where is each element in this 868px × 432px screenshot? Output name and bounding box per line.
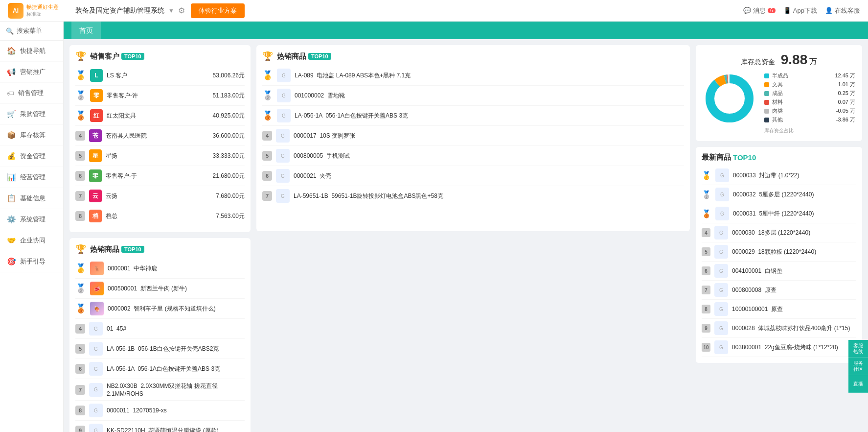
float-btn-community[interactable]: 服务 社区 [848, 358, 868, 375]
ps-medal-3: 🥉 [262, 110, 273, 121]
hot-prod-4: 4 G 01 45# [75, 319, 245, 339]
sidebar-item-operation[interactable]: 📊 经营管理 [0, 167, 63, 188]
hot-products-list: 🥇 🦌 0000001 中华神鹿 🥈 🥩 000500001 新西兰牛肉 (新牛… [75, 259, 245, 432]
messages-button[interactable]: 💬 消息 6 [743, 6, 776, 15]
donut-legend: 半成品 12.45 万 文具 1.01 万 成品 0.25 万 [764, 72, 855, 125]
sidebar-item-purchase[interactable]: 🛒 采购管理 [0, 104, 63, 125]
float-buttons: 客服 热线 服务 社区 直播 [848, 340, 868, 393]
np-icon-8: G [714, 302, 728, 316]
float-btn-live[interactable]: 直播 [848, 375, 868, 393]
product-sales-list: 🥇 G LA-089 电池盖 LA-089 ABS本色+黑种 7.1克 🥈 G … [262, 66, 684, 206]
np-item-5: 5 G 0000029 18颗粒板 (1220*2440) [702, 242, 856, 262]
ps-icon-2: G [277, 89, 291, 102]
legend-dot-5 [764, 118, 769, 122]
message-icon: 💬 [743, 7, 751, 14]
legend-dot-3 [764, 100, 769, 105]
app-icon: 📱 [783, 7, 791, 14]
search-icon: 🔍 [6, 27, 14, 35]
np-medal-3: 🥉 [702, 209, 711, 218]
content-area: 🏆 销售客户 TOP10 🥇 L LS 客户 53,006.26元 [64, 39, 868, 432]
customer-avatar-5: 星 [89, 149, 102, 162]
customer-rank-2: 🥈 零 零售客户-许 51,183.00元 [75, 86, 245, 106]
hot-products-title: 热销商品 TOP10 [90, 245, 144, 254]
np-icon-6: G [714, 264, 728, 278]
sidebar-item-company[interactable]: 🤝 企业协同 [0, 230, 63, 251]
sidebar-item-finance[interactable]: 💰 资金管理 [0, 146, 63, 167]
dropdown-arrow-icon[interactable]: ▼ [168, 7, 174, 14]
np-item-8: 8 G 10000100001 原查 [702, 300, 856, 319]
home-icon: 🏠 [7, 47, 16, 55]
top-header: AI 畅捷通好生意 标准版 装备及固定资产辅助管理系统 ▼ ⚙ 体验行业方案 💬… [0, 0, 868, 22]
hot-prod-9: 9 G KK-SD22110H 花语萌恒温分膦罐袋 (厚款) [75, 421, 245, 432]
np-item-7: 7 G 000800008 原查 [702, 281, 856, 300]
new-products-card: 最新商品 TOP10 🥇 G 0000033 封边带 (1.0*22) 🥈 G [696, 147, 862, 363]
float-btn-service[interactable]: 客服 热线 [848, 340, 868, 358]
right-panel: 库存总资金 9.88 万 [696, 45, 862, 432]
ps-icon-3: G [277, 109, 291, 122]
product-sales-card: 🏆 热销商品 TOP10 🥇 G LA-089 电池盖 LA-089 ABS本色… [256, 45, 690, 231]
app-download-button[interactable]: 📱 App下载 [783, 6, 817, 15]
trial-button[interactable]: 体验行业方案 [191, 3, 245, 18]
hot-products-header: 🏆 热销商品 TOP10 [75, 244, 245, 255]
tab-home[interactable]: 首页 [71, 22, 101, 39]
ps-item-5: 5 G 000800005 手机测试 [262, 146, 684, 166]
legend-item-0: 半成品 12.45 万 [764, 72, 855, 79]
system-icon: ⚙️ [7, 215, 16, 224]
ps-item-3: 🥉 G LA-056-1A 056-1A白色按键开关盖ABS 3克 [262, 106, 684, 126]
message-badge: 6 [768, 8, 776, 13]
hp-icon-6: G [89, 362, 103, 376]
new-products-list: 🥇 G 0000033 封边带 (1.0*22) 🥈 G 0000032 5厘多… [702, 166, 856, 357]
ps-icon-5: G [276, 149, 290, 163]
ps-item-1: 🥇 G LA-089 电池盖 LA-089 ABS本色+黑种 7.1克 [262, 66, 684, 86]
settings-icon[interactable]: ⚙ [178, 6, 185, 15]
sidebar-item-basic[interactable]: 📋 基础信息 [0, 188, 63, 209]
service-icon: 👤 [825, 7, 833, 14]
ps-item-6: 6 G 0000021 夹壳 [262, 166, 684, 186]
legend-dot-0 [764, 73, 769, 78]
customer-avatar-4: 苍 [89, 129, 102, 142]
customer-rank-5: 5 星 星扬 33,333.00元 [75, 146, 245, 166]
sales-icon: 🏷 [7, 89, 14, 97]
hot-products-card: 🏆 热销商品 TOP10 🥇 🦌 0000001 中华神鹿 [69, 238, 251, 432]
new-products-header: 最新商品 TOP10 [702, 153, 856, 162]
hot-prod-3: 🥉 🍖 0000002 智利车子里 (规格不知道填什么) [75, 299, 245, 319]
hp-icon-9: G [89, 424, 103, 432]
sidebar-item-marketing[interactable]: 📢 营销推广 [0, 62, 63, 83]
legend-item-3: 材料 0.07 万 [764, 98, 855, 106]
operation-icon: 📊 [7, 173, 16, 182]
inventory-subtitle: 库存资金占比 [703, 127, 855, 134]
np-medal-1: 🥇 [702, 171, 711, 180]
customer-rank-3: 🥉 红 红太阳文具 40,925.00元 [75, 106, 245, 126]
ps-medal-1: 🥇 [262, 70, 273, 81]
center-panel: 🏆 热销商品 TOP10 🥇 G LA-089 电池盖 LA-089 ABS本色… [256, 45, 690, 432]
hot-trophy-icon: 🏆 [75, 244, 86, 255]
online-service-button[interactable]: 👤 在线客服 [825, 6, 860, 15]
np-icon-2: G [715, 188, 729, 201]
np-item-1: 🥇 G 0000033 封边带 (1.0*22) [702, 166, 856, 185]
search-menu-button[interactable]: 🔍 搜索菜单 [0, 22, 63, 41]
hp-medal-1: 🥇 [75, 263, 86, 274]
logo-icon: AI [8, 3, 23, 19]
medal-gold-icon: 🥇 [75, 70, 86, 81]
customer-avatar-6: 零 [89, 169, 102, 182]
hot-prod-5: 5 G LA-056-1B 056-1B白色按键开关壳ABS2克 [75, 339, 245, 359]
sidebar-item-sales[interactable]: 🏷 销售管理 [0, 83, 63, 104]
product-sales-header: 🏆 热销商品 TOP10 [262, 51, 684, 62]
new-products-title: 最新商品 TOP10 [702, 153, 756, 162]
hp-img-1: 🦌 [90, 262, 104, 275]
customer-rank-6: 6 零 零售客户-于 21,680.00元 [75, 166, 245, 186]
customer-avatar-3: 红 [90, 109, 103, 122]
hp-medal-2: 🥈 [75, 283, 86, 294]
customer-avatar-7: 云 [89, 190, 102, 202]
np-medal-2: 🥈 [702, 190, 711, 199]
legend-item-4: 肉类 -0.05 万 [764, 107, 855, 115]
np-icon-3: G [715, 207, 729, 220]
sidebar-item-inventory[interactable]: 📦 库存核算 [0, 125, 63, 146]
sidebar-item-system[interactable]: ⚙️ 系统管理 [0, 209, 63, 230]
marketing-icon: 📢 [7, 68, 16, 76]
customer-rank-1: 🥇 L LS 客户 53,006.26元 [75, 66, 245, 86]
hp-medal-3: 🥉 [75, 303, 86, 314]
sidebar-item-guide[interactable]: 🎯 新手引导 [0, 251, 63, 272]
sidebar-item-quick-nav[interactable]: 🏠 快捷导航 [0, 41, 63, 62]
inventory-icon: 📦 [7, 131, 16, 140]
